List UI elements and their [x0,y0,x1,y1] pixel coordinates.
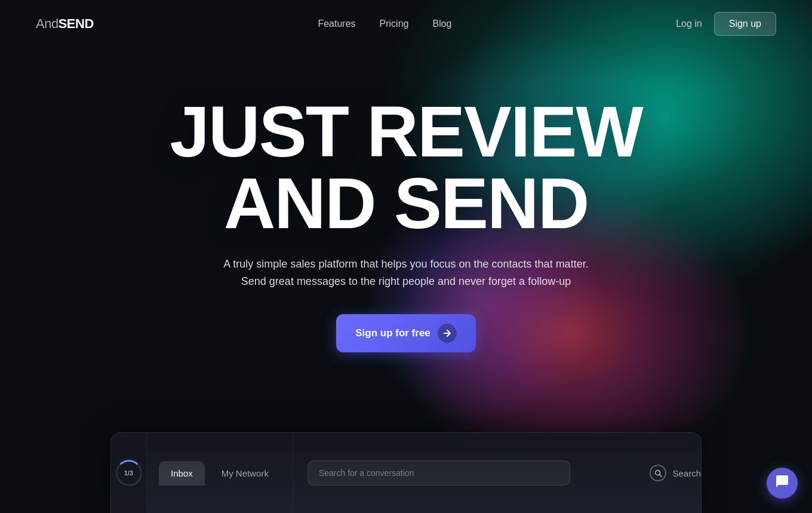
chat-widget-button[interactable] [767,468,798,499]
logo-send: SEND [59,16,94,31]
search-icon[interactable] [650,465,666,481]
nav-link-pricing[interactable]: Pricing [380,19,409,29]
tab-inbox[interactable]: Inbox [159,461,205,486]
login-button[interactable]: Log in [676,19,702,29]
navbar: AndSEND Features Pricing Blog Log in Sig… [0,0,812,48]
nav-links: Features Pricing Blog [318,19,451,29]
hero-title-line1: JUST REVIEW [170,91,642,171]
app-tabs: Inbox My Network [147,433,293,513]
hero-subtitle: A truly simple sales platform that helps… [223,256,588,290]
search-label[interactable]: Search [672,468,701,478]
nav-auth: Log in Sign up [676,12,776,36]
hero-title-line2: AND SEND [224,163,589,243]
logo-and: And [36,16,59,31]
app-sidebar: 1/3 [111,433,147,513]
logo[interactable]: AndSEND [36,16,94,32]
app-search-right: Search [650,465,701,481]
progress-indicator: 1/3 [116,460,142,486]
svg-line-1 [659,474,662,477]
nav-link-blog[interactable]: Blog [432,19,451,29]
cta-label: Sign up for free [355,327,430,339]
search-placeholder: Search for a conversation [319,468,414,478]
app-preview: 1/3 Inbox My Network Search for a conver… [110,432,702,513]
hero-section: JUST REVIEW AND SEND A truly simple sale… [0,48,812,352]
app-search-area: Search for a conversation [293,460,650,486]
cta-arrow-icon [438,324,457,343]
tab-network[interactable]: My Network [210,461,281,486]
chat-icon [775,474,789,492]
hero-subtitle-line2: Send great messages to the right people … [241,275,571,287]
signup-button[interactable]: Sign up [714,12,776,36]
hero-title: JUST REVIEW AND SEND [170,96,642,239]
hero-subtitle-line1: A truly simple sales platform that helps… [223,258,588,270]
search-input[interactable]: Search for a conversation [307,460,570,486]
hero-cta-button[interactable]: Sign up for free [336,314,476,352]
nav-link-features[interactable]: Features [318,19,355,29]
progress-text: 1/3 [124,469,133,477]
